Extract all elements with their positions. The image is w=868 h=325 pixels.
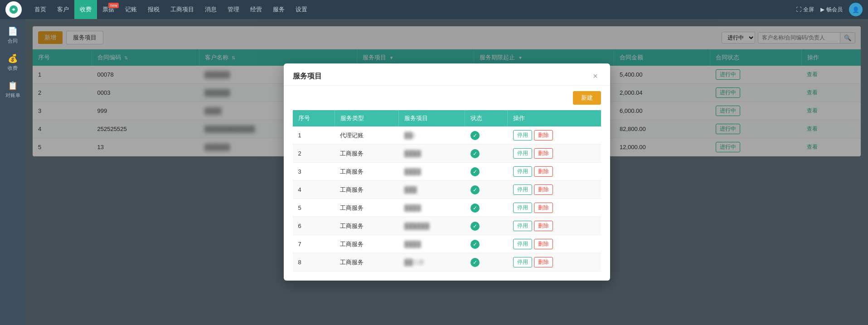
status-check-icon: ✓ [470,222,480,231]
modal-cell-item: ██████ [399,217,465,235]
delete-button[interactable]: 删除 [534,203,553,213]
service-items-modal: 服务项目 × 新建 序号 服务类型 服务项目 状态 [284,63,610,281]
nav-baoshui[interactable]: 报税 [142,0,165,19]
sidebar-label-shoufei: 收费 [8,65,18,72]
sidebar-item-hetong[interactable]: 📄 合同 [1,23,24,48]
modal-body: 序号 服务类型 服务项目 状态 操作 1 代理记账 ██1 ✓ [284,110,610,281]
modal-col-type: 服务类型 [335,110,399,126]
modal-cell-no: 6 [293,217,335,235]
modal-cell-action: 停用 删除 [508,126,601,145]
modal-close-button[interactable]: × [590,71,601,82]
member-button[interactable]: ▶ 畅会员 [820,6,843,14]
nav-xiaoxi[interactable]: 消息 [199,0,222,19]
avatar[interactable]: 👤 [849,3,863,16]
action-cell: 停用 删除 [513,257,596,267]
modal-col-item: 服务项目 [399,110,465,126]
modal-cell-no: 2 [293,145,335,163]
nav-piao[interactable]: 票据 new [97,0,120,19]
contract-icon: 📄 [8,26,18,36]
stop-button[interactable]: 停用 [513,148,532,159]
stop-button[interactable]: 停用 [513,257,532,267]
status-check-icon: ✓ [470,240,480,249]
modal-header: 服务项目 × [284,63,610,86]
delete-button[interactable]: 删除 [534,257,553,267]
status-check-icon: ✓ [470,204,480,213]
modal-table-row: 7 工商服务 ████ ✓ 停用 删除 [293,235,601,253]
modal-cell-item: ████ [399,199,465,217]
fee-icon: 💰 [8,53,18,63]
modal-cell-no: 8 [293,253,335,272]
delete-button[interactable]: 删除 [534,166,553,177]
modal-overlay[interactable]: 服务项目 × 新建 序号 服务类型 服务项目 状态 [25,19,868,325]
modal-table-row: 6 工商服务 ██████ ✓ 停用 删除 [293,217,601,235]
stop-button[interactable]: 停用 [513,166,532,177]
modal-cell-item: ██1 [399,126,465,145]
modal-cell-action: 停用 删除 [508,163,601,181]
modal-cell-no: 7 [293,235,335,253]
delete-button[interactable]: 删除 [534,239,553,249]
delete-button[interactable]: 删除 [534,184,553,195]
modal-cell-action: 停用 删除 [508,217,601,235]
fullscreen-button[interactable]: ⛶ 全屏 [796,6,814,14]
modal-col-action: 操作 [508,110,601,126]
modal-cell-type: 工商服务 [335,181,399,199]
modal-cell-action: 停用 删除 [508,145,601,163]
modal-cell-no: 3 [293,163,335,181]
nav-fuwu[interactable]: 服务 [267,0,290,19]
left-sidebar: 📄 合同 💰 收费 📋 对账单 [0,19,25,325]
modal-table-row: 2 工商服务 ████ ✓ 停用 删除 [293,145,601,163]
action-cell: 停用 删除 [513,239,596,249]
status-check-icon: ✓ [470,185,480,194]
stop-button[interactable]: 停用 [513,221,532,231]
delete-button[interactable]: 删除 [534,148,553,159]
modal-cell-status: ✓ [465,235,508,253]
sidebar-label-hetong: 合同 [8,38,18,44]
modal-cell-action: 停用 删除 [508,199,601,217]
nav-shoufei[interactable]: 收费 [74,0,97,19]
modal-cell-action: 停用 删除 [508,181,601,199]
modal-cell-type: 工商服务 [335,253,399,272]
delete-button[interactable]: 删除 [534,130,553,141]
member-icon: ▶ [820,6,824,13]
modal-cell-status: ✓ [465,217,508,235]
modal-cell-type: 代理记账 [335,126,399,145]
modal-new-button[interactable]: 新建 [573,91,601,105]
modal-cell-status: ✓ [465,163,508,181]
statement-icon: 📋 [8,81,18,91]
status-check-icon: ✓ [470,149,480,158]
stop-button[interactable]: 停用 [513,239,532,249]
modal-toolbar: 新建 [284,86,610,110]
new-badge: new [108,3,119,8]
modal-cell-status: ✓ [465,253,508,272]
action-cell: 停用 删除 [513,166,596,177]
stop-button[interactable]: 停用 [513,184,532,195]
modal-col-no: 序号 [293,110,335,126]
sidebar-item-duizhang[interactable]: 📋 对账单 [1,77,24,102]
stop-button[interactable]: 停用 [513,130,532,141]
modal-cell-no: 5 [293,199,335,217]
nav-shezhi[interactable]: 设置 [290,0,313,19]
modal-table-header-row: 序号 服务类型 服务项目 状态 操作 [293,110,601,126]
modal-cell-type: 工商服务 [335,163,399,181]
nav-jizhang[interactable]: 记账 [120,0,142,19]
nav-guanli[interactable]: 管理 [222,0,245,19]
fullscreen-icon: ⛶ [796,6,801,13]
delete-button[interactable]: 删除 [534,221,553,231]
modal-cell-item: ████ [399,235,465,253]
modal-cell-no: 4 [293,181,335,199]
app-logo[interactable] [5,1,22,18]
modal-table-row: 1 代理记账 ██1 ✓ 停用 删除 [293,126,601,145]
nav-home[interactable]: 首页 [29,0,52,19]
action-cell: 停用 删除 [513,184,596,195]
nav-right-section: ⛶ 全屏 ▶ 畅会员 👤 [796,3,863,16]
modal-cell-type: 工商服务 [335,235,399,253]
sidebar-item-shoufei[interactable]: 💰 收费 [1,50,24,75]
nav-customer[interactable]: 客户 [52,0,74,19]
action-cell: 停用 删除 [513,148,596,159]
nav-jingying[interactable]: 经营 [245,0,267,19]
status-check-icon: ✓ [470,258,480,267]
nav-gongshang[interactable]: 工商项目 [165,0,199,19]
stop-button[interactable]: 停用 [513,203,532,213]
modal-cell-type: 工商服务 [335,199,399,217]
modal-cell-status: ✓ [465,145,508,163]
